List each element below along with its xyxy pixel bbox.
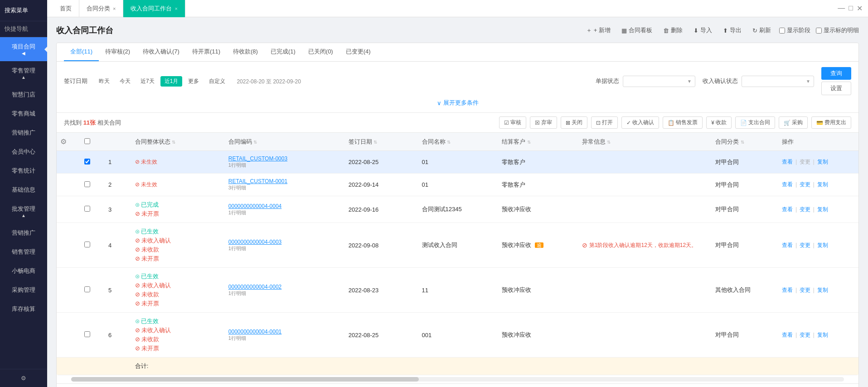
row3-check[interactable] <box>81 196 105 223</box>
row2-check[interactable] <box>81 174 105 196</box>
sidebar-item-retail-stats[interactable]: 零售统计 <box>0 161 47 180</box>
review-btn[interactable]: ☑ 审核 <box>499 116 526 129</box>
row1-check[interactable] <box>81 151 105 174</box>
date-more[interactable]: 更多 <box>184 76 203 87</box>
col-date-sort[interactable]: ⇅ <box>373 140 377 145</box>
col-code-sort[interactable]: ⇅ <box>253 140 257 145</box>
close-btn[interactable]: ⊠ 关闭 <box>561 116 587 129</box>
sidebar-item-marketing[interactable]: 营销推广 <box>0 123 47 142</box>
col-error-sort[interactable]: ⇅ <box>607 140 611 145</box>
row2-code-link[interactable]: RETAIL_CUSTOM-0001 <box>228 178 341 184</box>
date-today[interactable]: 今天 <box>116 76 135 87</box>
row5-code-link[interactable]: 0000000000004-0002 <box>228 284 341 290</box>
filter-tab-completed[interactable]: 已完成(1) <box>264 43 302 61</box>
filter-tab-all[interactable]: 全部(11) <box>64 43 99 61</box>
row2-change-btn[interactable]: 变更 <box>800 181 810 188</box>
row5-view-btn[interactable]: 查看 <box>782 287 793 293</box>
income-confirm-btn[interactable]: ✓ 收入确认 <box>621 116 659 129</box>
row4-view-btn[interactable]: 查看 <box>782 242 793 248</box>
col-type-sort[interactable]: ⇅ <box>741 140 744 145</box>
sidebar-item-purchase[interactable]: 采购管理 <box>0 281 47 300</box>
row1-copy-btn[interactable]: 复制 <box>817 159 828 165</box>
tab-contract-type[interactable]: 合同分类 × <box>79 0 123 17</box>
sidebar-quick-nav[interactable]: 快捷导航 <box>0 21 47 37</box>
doc-status-select[interactable] <box>623 76 695 87</box>
tab-income-workbench[interactable]: 收入合同工作台 × <box>123 0 185 17</box>
filter-tab-pending-review[interactable]: 待审核(2) <box>99 43 136 61</box>
income-confirm-select[interactable] <box>742 76 814 87</box>
tab-home[interactable]: 首页 <box>53 0 79 17</box>
expense-btn[interactable]: 💳 费用支出 <box>811 116 851 129</box>
abandon-btn[interactable]: ☒ 弃审 <box>530 116 557 129</box>
sidebar-item-smart-store[interactable]: 智慧门店 <box>0 85 47 104</box>
row5-copy-btn[interactable]: 复制 <box>817 287 828 293</box>
new-button[interactable]: ＋ + 新增 <box>583 24 613 36</box>
sidebar-item-inventory[interactable]: 库存核算 <box>0 300 47 319</box>
filter-tab-pending-confirm[interactable]: 待收入确认(7) <box>136 43 186 61</box>
show-phase-checkbox-label[interactable]: 显示阶段 <box>779 26 810 34</box>
contract-board-button[interactable]: ▦ 合同看板 <box>619 24 655 36</box>
row5-check[interactable] <box>81 268 105 313</box>
show-phase-checkbox[interactable] <box>779 28 785 34</box>
expand-more-btn[interactable]: ∨ 展开更多条件 <box>437 99 479 107</box>
sidebar-item-sales[interactable]: 销售管理 <box>0 242 47 261</box>
sidebar-item-base-info[interactable]: 基础信息 <box>0 180 47 199</box>
sidebar-item-wholesale[interactable]: 批发管理 ▲ <box>0 199 47 223</box>
row3-view-btn[interactable]: 查看 <box>782 206 793 213</box>
sales-invoice-btn[interactable]: 📋 销售发票 <box>663 116 703 129</box>
filter-tab-changed[interactable]: 已变更(4) <box>339 43 377 61</box>
row5-change-btn[interactable]: 变更 <box>800 287 810 293</box>
row4-change-btn[interactable]: 变更 <box>800 242 810 248</box>
select-all-checkbox[interactable] <box>84 138 90 144</box>
row6-code-link[interactable]: 0000000000004-0001 <box>228 329 341 335</box>
row2-copy-btn[interactable]: 复制 <box>817 181 828 188</box>
table-settings-icon[interactable]: ⚙ <box>60 138 67 145</box>
sidebar-search[interactable]: 搜索菜单 <box>0 0 47 21</box>
date-yesterday[interactable]: 昨天 <box>95 76 114 87</box>
show-detail-checkbox[interactable] <box>816 28 822 34</box>
sidebar-item-retail-mall[interactable]: 零售商城 <box>0 104 47 123</box>
row6-check[interactable] <box>81 313 105 358</box>
open-btn[interactable]: ⊡ 打开 <box>591 116 618 129</box>
window-minimize-icon[interactable]: — <box>838 4 845 13</box>
sidebar-item-marketing2[interactable]: 营销推广 <box>0 223 47 242</box>
col-customer-sort[interactable]: ⇅ <box>527 140 531 145</box>
filter-tab-pending-payment[interactable]: 待收款(8) <box>227 43 264 61</box>
row6-view-btn[interactable]: 查看 <box>782 332 793 338</box>
row1-code-link[interactable]: RETAIL_CUSTOM-0003 <box>228 155 341 162</box>
row6-change-btn[interactable]: 变更 <box>800 332 810 338</box>
delete-button[interactable]: 🗑 删除 <box>660 24 685 36</box>
row1-change-btn[interactable]: 变更 <box>800 159 810 165</box>
row3-change-btn[interactable]: 变更 <box>800 206 810 213</box>
horizontal-scroll[interactable] <box>71 377 844 382</box>
row3-code-link[interactable]: 0000000000004-0004 <box>228 203 341 209</box>
col-name-sort[interactable]: ⇅ <box>447 140 451 145</box>
tab-contract-type-close[interactable]: × <box>113 6 116 11</box>
filter-tab-pending-invoice[interactable]: 待开票(11) <box>186 43 227 61</box>
query-button[interactable]: 查询 <box>821 67 851 80</box>
window-close-icon[interactable]: ✕ <box>857 4 863 13</box>
sidebar-item-project[interactable]: 项目合同 ◀ <box>0 37 47 61</box>
row2-view-btn[interactable]: 查看 <box>782 181 793 188</box>
sidebar-settings[interactable]: ⚙ <box>0 369 47 387</box>
row3-copy-btn[interactable]: 复制 <box>817 206 828 213</box>
col-status-sort[interactable]: ⇅ <box>172 140 175 145</box>
window-maximize-icon[interactable]: □ <box>849 4 853 13</box>
filter-settings-button[interactable]: 设置 <box>821 82 851 95</box>
sidebar-item-xiao-chang[interactable]: 小畅电商 <box>0 261 47 281</box>
row4-check[interactable] <box>81 223 105 268</box>
row1-view-btn[interactable]: 查看 <box>782 159 793 165</box>
row4-copy-btn[interactable]: 复制 <box>817 242 828 248</box>
purchase-btn[interactable]: 🛒 采购 <box>779 116 808 129</box>
row6-copy-btn[interactable]: 复制 <box>817 332 828 338</box>
tab-income-workbench-close[interactable]: × <box>175 6 177 11</box>
date-last7[interactable]: 近7天 <box>136 76 159 87</box>
refresh-button[interactable]: ↻ 刷新 <box>750 24 774 36</box>
payment-btn[interactable]: ¥ 收款 <box>706 116 732 129</box>
row4-code-link[interactable]: 0000000000004-0003 <box>228 239 341 245</box>
show-detail-checkbox-label[interactable]: 显示标的明细 <box>816 26 859 34</box>
sidebar-item-retail[interactable]: 零售管理 ▲ <box>0 61 47 85</box>
filter-tab-closed[interactable]: 已关闭(0) <box>302 43 339 61</box>
pay-contract-btn[interactable]: 📄 支出合同 <box>735 116 775 129</box>
import-button[interactable]: ⬇ 导入 <box>691 24 715 36</box>
